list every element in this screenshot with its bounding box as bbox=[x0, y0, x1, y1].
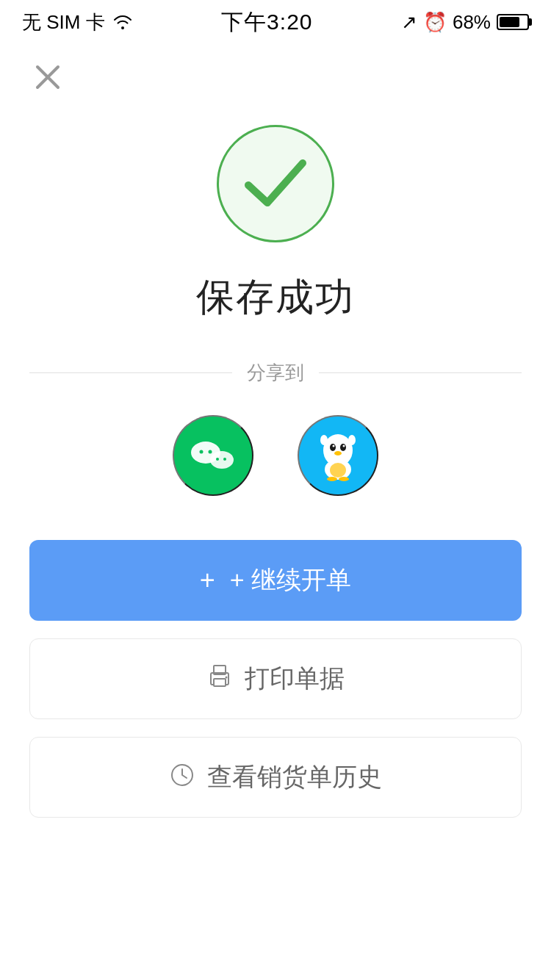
alarm-icon: ⏰ bbox=[423, 11, 447, 34]
svg-point-15 bbox=[334, 451, 342, 455]
qq-icon bbox=[314, 430, 362, 481]
svg-point-6 bbox=[216, 458, 219, 461]
close-icon bbox=[35, 64, 61, 90]
divider-line-right bbox=[319, 372, 522, 373]
svg-point-4 bbox=[200, 450, 204, 454]
svg-point-23 bbox=[226, 677, 228, 679]
svg-point-16 bbox=[327, 477, 337, 481]
status-right: ↗ ⏰ 68% bbox=[401, 11, 529, 34]
print-label: 打印单据 bbox=[245, 662, 345, 696]
share-label: 分享到 bbox=[247, 360, 304, 386]
location-icon: ↗ bbox=[401, 11, 417, 34]
continue-order-button[interactable]: + + 继续开单 bbox=[29, 540, 522, 621]
svg-point-19 bbox=[348, 435, 356, 445]
battery-icon bbox=[497, 14, 529, 30]
no-sim-text: 无 SIM 卡 bbox=[22, 10, 105, 35]
continue-order-label: + 继续开单 bbox=[230, 563, 351, 597]
svg-point-14 bbox=[342, 445, 345, 447]
svg-point-10 bbox=[330, 463, 346, 478]
svg-point-12 bbox=[340, 444, 346, 451]
status-time: 下午3:20 bbox=[221, 7, 312, 37]
plus-icon: + bbox=[200, 567, 215, 594]
history-label: 查看销货单历史 bbox=[207, 760, 382, 794]
svg-point-3 bbox=[210, 451, 234, 469]
svg-point-11 bbox=[330, 444, 336, 451]
svg-rect-22 bbox=[214, 679, 226, 686]
battery-percent: 68% bbox=[453, 11, 491, 34]
history-button[interactable]: 查看销货单历史 bbox=[29, 737, 522, 818]
status-left: 无 SIM 卡 bbox=[22, 10, 133, 35]
wifi-icon bbox=[112, 14, 133, 30]
success-title: 保存成功 bbox=[196, 272, 355, 323]
svg-point-13 bbox=[332, 445, 334, 447]
status-bar: 无 SIM 卡 下午3:20 ↗ ⏰ 68% bbox=[0, 0, 551, 44]
print-icon bbox=[206, 664, 233, 693]
svg-point-17 bbox=[339, 477, 349, 481]
divider-line-left bbox=[29, 372, 232, 373]
svg-point-5 bbox=[209, 450, 212, 454]
share-wechat-button[interactable] bbox=[173, 415, 253, 496]
wechat-icon bbox=[188, 433, 238, 478]
svg-point-18 bbox=[320, 435, 328, 445]
main-content: 保存成功 分享到 bbox=[0, 44, 551, 835]
close-button[interactable] bbox=[29, 59, 66, 96]
print-button[interactable]: 打印单据 bbox=[29, 638, 522, 719]
checkmark-icon bbox=[242, 157, 309, 210]
share-icons-row bbox=[173, 415, 378, 496]
close-button-area bbox=[29, 44, 522, 103]
share-divider: 分享到 bbox=[29, 360, 522, 386]
history-icon bbox=[169, 762, 195, 793]
svg-point-7 bbox=[223, 458, 226, 461]
share-qq-button[interactable] bbox=[298, 415, 378, 496]
success-icon bbox=[217, 125, 334, 242]
